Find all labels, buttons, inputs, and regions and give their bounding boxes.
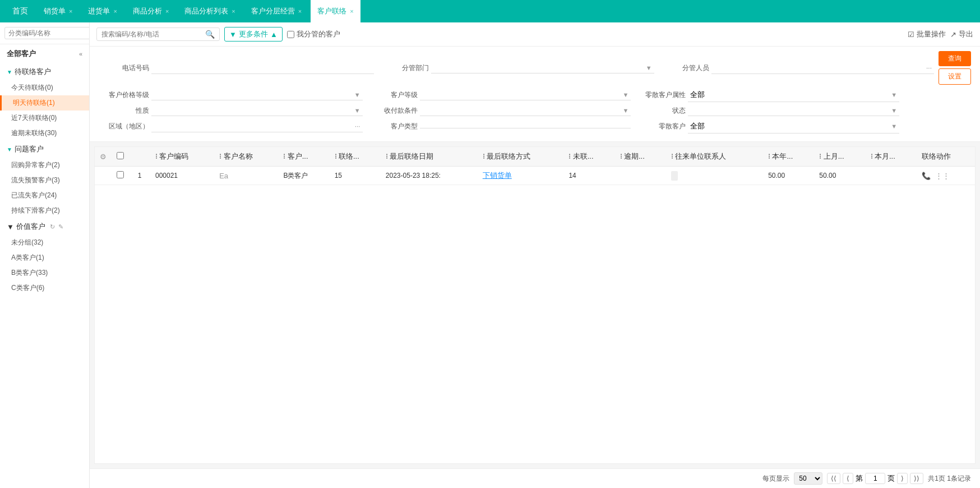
more-conditions-button[interactable]: ▼ 更多条件 ▲ <box>224 27 283 42</box>
my-customers-check[interactable] <box>287 31 294 38</box>
next-page-button[interactable]: ⟩ <box>897 473 908 484</box>
payment-label: 收付款条件 <box>367 106 418 116</box>
close-icon[interactable]: × <box>232 8 235 15</box>
row-last-date: 2023-05-23 18:25: <box>381 167 478 185</box>
export-button[interactable]: ↗ 导出 <box>950 29 973 39</box>
settings-icon[interactable]: ⚙ <box>100 153 107 161</box>
main-layout: 🔍 全部客户 « ▼ 待联络客户 今天待联络(0) 明天待联络(1) 近7天待联… <box>0 22 980 488</box>
set-button[interactable]: 设置 <box>939 68 971 85</box>
sidebar-item-a-class[interactable]: A类客户(1) <box>0 250 89 265</box>
filter-row-2: 客户价格等级 ▼ 客户等级 ▼ 零散客户属性 全部 <box>99 88 971 102</box>
status-cell: 状态 ▼ <box>635 105 899 116</box>
price-level-select[interactable]: ▼ <box>151 90 363 100</box>
edit-icon[interactable]: ✎ <box>58 223 63 231</box>
sidebar-item-ungrouped[interactable]: 未分组(32) <box>0 235 89 250</box>
sidebar-item-today-pending[interactable]: 今天待联络(0) <box>0 80 89 95</box>
close-icon[interactable]: × <box>165 8 169 15</box>
sidebar-problem-section[interactable]: ▼ 问题客户 <box>0 141 89 158</box>
cust-type-select[interactable] <box>420 125 631 128</box>
col-customer-name: ⁝ 客户名称 <box>215 147 279 167</box>
col-action: 联络动作 <box>917 147 975 167</box>
select-all-checkbox[interactable] <box>117 152 124 159</box>
sidebar-item-c-class[interactable]: C类客户(6) <box>0 280 89 296</box>
region-label: 区域（地区） <box>99 122 149 131</box>
chevron-down-icon: ▼ <box>622 91 628 98</box>
person-select[interactable]: ··· <box>711 62 934 74</box>
sidebar-item-7day-pending[interactable]: 近7天待联络(0) <box>0 111 89 126</box>
close-icon[interactable]: × <box>113 8 117 15</box>
row-type: B类客户 <box>279 167 330 185</box>
row-this-month <box>866 167 917 185</box>
sidebar-pending-section[interactable]: ▼ 待联络客户 <box>0 63 89 80</box>
col-this-year: ⁝ 本年... <box>764 147 815 167</box>
nav-customer-contact[interactable]: 客户联络 × <box>311 0 360 22</box>
cust-level-select[interactable]: ▼ <box>420 90 631 100</box>
filter-icon: ▼ <box>229 30 237 39</box>
row-name[interactable]: Ea <box>215 167 279 185</box>
nature-select[interactable]: ▼ <box>151 105 363 116</box>
status-select[interactable]: ▼ <box>688 105 899 116</box>
sidebar-search-input[interactable] <box>4 27 90 39</box>
page-prefix: 第 <box>856 473 863 484</box>
my-customers-checkbox[interactable]: 我分管的客户 <box>287 29 340 39</box>
row-overdue <box>616 167 667 185</box>
chevron-down-icon: ▼ <box>622 107 628 114</box>
nav-home[interactable]: 首页 <box>6 0 35 22</box>
col-unit-contact: ⁝ 往来单位联系人 <box>667 147 764 167</box>
region-select[interactable]: ··· <box>151 121 363 132</box>
more-icon[interactable]: ··· <box>926 64 932 72</box>
more-action-icon[interactable]: ⋮⋮ <box>935 172 950 180</box>
col-idx <box>128 147 151 167</box>
chevron-down-icon: ▼ <box>891 91 897 98</box>
close-icon[interactable]: × <box>69 8 72 15</box>
last-method-link[interactable]: 下销货单 <box>483 171 512 179</box>
dept-cell: 分管部门 ▼ <box>378 63 654 73</box>
prev-page-button[interactable]: ⟨ <box>843 473 853 484</box>
row-code: 000021 <box>151 167 215 185</box>
checkbox-icon: ☑ <box>908 30 914 39</box>
retail-attr-select[interactable]: 全部 ▼ <box>688 88 899 102</box>
row-uncontacted: 14 <box>564 167 615 185</box>
nav-purchase-order[interactable]: 进货单 × <box>81 0 123 22</box>
sidebar-item-repurchase-abnormal[interactable]: 回购异常客户(2) <box>0 158 89 173</box>
phone-action-icon[interactable]: 📞 <box>922 172 931 180</box>
page-number-input[interactable] <box>865 473 885 484</box>
sidebar-all-customers[interactable]: 全部客户 « <box>0 44 89 63</box>
page-suffix: 页 <box>887 473 895 484</box>
row-checkbox[interactable] <box>112 167 128 185</box>
close-icon[interactable]: × <box>350 8 353 15</box>
payment-select[interactable]: ▼ <box>420 105 631 116</box>
sidebar-item-declining[interactable]: 持续下滑客户(2) <box>0 203 89 218</box>
price-level-label: 客户价格等级 <box>99 90 149 100</box>
query-button[interactable]: 查询 <box>939 51 971 66</box>
phone-input[interactable] <box>151 62 374 74</box>
retail-attr-cell: 零散客户属性 全部 ▼ <box>635 88 899 102</box>
row-last-month: 50.00 <box>815 167 866 185</box>
nav-sales-order[interactable]: 销货单 × <box>37 0 79 22</box>
col-uncontacted: ⁝ 未联... <box>564 147 615 167</box>
sidebar-value-section[interactable]: ▼ 价值客户 ↻ ✎ <box>0 218 89 235</box>
row-last-method[interactable]: 下销货单 <box>478 167 565 185</box>
nav-product-analysis[interactable]: 商品分析 × <box>126 0 175 22</box>
sidebar: 🔍 全部客户 « ▼ 待联络客户 今天待联络(0) 明天待联络(1) 近7天待联… <box>0 22 90 488</box>
sidebar-item-churned[interactable]: 已流失客户(24) <box>0 188 89 203</box>
dept-select[interactable]: ▼ <box>431 63 654 73</box>
per-page-select[interactable]: 50 100 200 <box>794 472 822 485</box>
nav-product-analysis-list[interactable]: 商品分析列表 × <box>178 0 242 22</box>
close-icon[interactable]: × <box>298 8 302 15</box>
sidebar-item-overdue-contact[interactable]: 逾期未联络(30) <box>0 126 89 141</box>
sidebar-item-b-class[interactable]: B类客户(33) <box>0 265 89 280</box>
search-input[interactable] <box>101 30 205 38</box>
retail-cust-select[interactable]: 全部 ▼ <box>688 119 899 133</box>
more-icon[interactable]: ··· <box>355 122 360 130</box>
advanced-filter: 电话号码 分管部门 ▼ 分管人员 ··· <box>90 47 980 142</box>
sidebar-item-tomorrow-pending[interactable]: 明天待联络(1) <box>0 95 89 111</box>
sidebar-item-churn-warning[interactable]: 流失预警客户(3) <box>0 173 89 188</box>
first-page-button[interactable]: ⟨⟨ <box>827 473 840 484</box>
nav-customer-tier[interactable]: 客户分层经营 × <box>244 0 308 22</box>
last-page-button[interactable]: ⟩⟩ <box>910 473 923 484</box>
refresh-icon[interactable]: ↻ <box>50 223 55 231</box>
row-select-checkbox[interactable] <box>117 171 124 178</box>
search-icon[interactable]: 🔍 <box>205 30 215 39</box>
batch-operation-button[interactable]: ☑ 批量操作 <box>908 29 946 39</box>
